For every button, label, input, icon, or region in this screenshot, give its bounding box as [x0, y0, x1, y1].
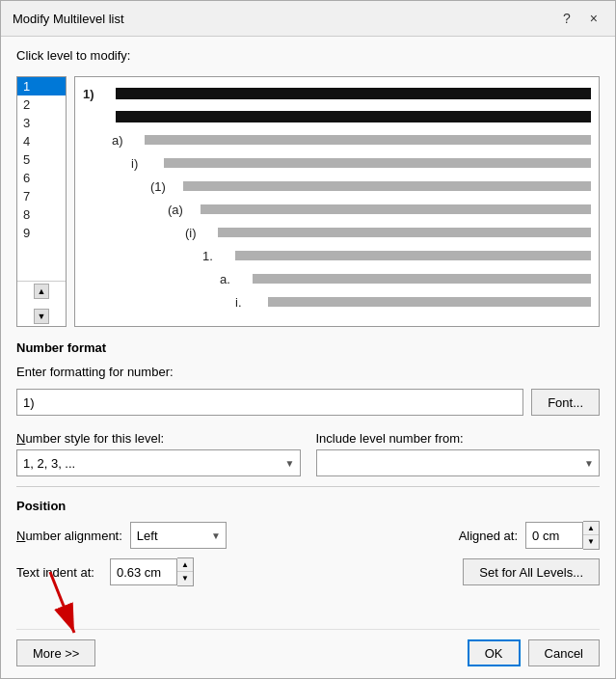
number-style-select[interactable]: 1, 2, 3, ... a, b, c, ... i, ii, iii, ..… — [16, 449, 301, 476]
aligned-at-label: Aligned at: — [459, 529, 518, 543]
level-item-2[interactable]: 2 — [17, 95, 66, 114]
level-item-8[interactable]: 8 — [17, 205, 66, 224]
aligned-at-up-button[interactable]: ▲ — [583, 522, 599, 535]
dialog-body: Click level to modify: 1 2 3 4 5 6 7 8 9… — [1, 37, 615, 678]
level-item-5[interactable]: 5 — [17, 150, 66, 169]
alignment-select[interactable]: Left Center Right — [130, 522, 227, 549]
help-button[interactable]: ? — [557, 9, 576, 28]
include-level-select-wrap: Level 1 Level 2 Level 3 ▼ — [316, 449, 601, 476]
position-label: Position — [16, 499, 600, 513]
preview-bar-5 — [183, 181, 591, 191]
title-bar-actions: ? × — [557, 9, 603, 28]
cancel-button[interactable]: Cancel — [528, 639, 600, 666]
set-for-all-levels-button[interactable]: Set for All Levels... — [463, 558, 600, 585]
preview-label-8: 1. — [202, 249, 231, 263]
preview-line-1: 1) — [83, 85, 591, 102]
level-list: 1 2 3 4 5 6 7 8 9 ▲ ▼ — [16, 76, 67, 327]
level-item-9[interactable]: 9 — [17, 224, 66, 242]
alignment-select-wrap: Left Center Right ▼ — [130, 522, 227, 549]
preview-line-9: a. — [83, 270, 591, 287]
level-item-1[interactable]: 1 — [17, 77, 66, 95]
include-level-select[interactable]: Level 1 Level 2 Level 3 — [316, 449, 601, 476]
enter-format-label: Enter formatting for number: — [16, 365, 600, 379]
level-item-4[interactable]: 4 — [17, 132, 66, 150]
text-indent-spinner-btns: ▲ ▼ — [177, 557, 194, 586]
number-style-select-wrap: 1, 2, 3, ... a, b, c, ... i, ii, iii, ..… — [16, 449, 301, 476]
footer-action-buttons: OK Cancel — [468, 639, 600, 666]
preview-label-1: 1) — [83, 87, 112, 101]
level-item-3[interactable]: 3 — [17, 114, 66, 132]
preview-line-8: 1. — [83, 247, 591, 264]
preview-line-7: (i) — [83, 224, 591, 241]
number-style-label: Number style for this level: — [16, 431, 301, 446]
level-item-6[interactable]: 6 — [17, 169, 66, 187]
number-format-label: Number format — [16, 340, 600, 355]
scroll-down-button[interactable]: ▼ — [34, 309, 49, 324]
preview-line-3: a) — [83, 131, 591, 149]
aligned-at-down-button[interactable]: ▼ — [583, 535, 599, 549]
level-scrollbar: ▲ ▼ — [17, 281, 66, 326]
text-indent-up-button[interactable]: ▲ — [177, 558, 193, 572]
aligned-at-input[interactable] — [525, 522, 583, 549]
text-indent-spinner: ▲ ▼ — [110, 557, 194, 586]
preview-line-2 — [83, 108, 591, 125]
number-alignment-label: Number alignment: — [16, 529, 122, 543]
font-button[interactable]: Font... — [531, 389, 600, 416]
style-level-row: Number style for this level: 1, 2, 3, ..… — [16, 431, 600, 476]
preview-bar-9 — [253, 274, 591, 284]
number-style-col: Number style for this level: 1, 2, 3, ..… — [16, 431, 301, 476]
preview-label-7: (i) — [185, 226, 214, 240]
number-format-input[interactable] — [16, 389, 523, 416]
preview-bar-3 — [145, 135, 591, 145]
include-level-label: Include level number from: — [316, 431, 601, 446]
text-indent-row: Text indent at: ▲ ▼ Set for All Levels..… — [16, 557, 600, 586]
preview-bar-2 — [116, 111, 591, 122]
preview-bar-4 — [164, 158, 591, 168]
preview-bar-1 — [116, 88, 591, 99]
preview-label-6: (a) — [168, 203, 197, 217]
scroll-up-button[interactable]: ▲ — [34, 284, 49, 299]
preview-bar-8 — [235, 251, 591, 260]
level-label: Click level to modify: — [16, 48, 600, 63]
preview-label-9: a. — [220, 272, 249, 286]
preview-label-4: i) — [131, 156, 160, 171]
preview-bar-7 — [218, 228, 591, 237]
number-format-row: Font... — [16, 389, 600, 416]
level-item-7[interactable]: 7 — [17, 187, 66, 205]
preview-line-4: i) — [83, 154, 591, 172]
position-section: Position Number alignment: Left Center R… — [16, 486, 600, 590]
position-grid: Number alignment: Left Center Right ▼ Al… — [16, 521, 600, 586]
text-indent-input[interactable] — [110, 558, 177, 585]
title-bar: Modify Multilevel list ? × — [1, 1, 615, 37]
text-indent-label: Text indent at: — [16, 565, 94, 580]
more-button[interactable]: More >> — [16, 639, 95, 666]
preview-label-10: i. — [235, 295, 264, 310]
preview-label-5: (1) — [150, 179, 179, 194]
preview-label-3: a) — [112, 133, 141, 148]
close-button[interactable]: × — [584, 9, 603, 28]
aligned-at-spinner: ▲ ▼ — [525, 521, 600, 550]
ok-button[interactable]: OK — [468, 639, 521, 666]
more-btn-wrap: More >> — [16, 639, 95, 666]
text-indent-down-button[interactable]: ▼ — [177, 572, 193, 585]
level-preview-row: 1 2 3 4 5 6 7 8 9 ▲ ▼ 1) — [16, 76, 600, 327]
preview-line-6: (a) — [83, 201, 591, 218]
preview-bar-10 — [268, 297, 591, 307]
preview-line-5: (1) — [83, 177, 591, 195]
footer-row: More >> OK Cancel — [16, 629, 600, 666]
preview-area: 1) a) i) — [74, 76, 600, 327]
preview-bar-6 — [201, 204, 591, 214]
include-level-col: Include level number from: Level 1 Level… — [316, 431, 601, 476]
dialog-title: Modify Multilevel list — [13, 12, 124, 26]
aligned-at-spinner-btns: ▲ ▼ — [583, 521, 600, 550]
modify-multilevel-dialog: Modify Multilevel list ? × Click level t… — [0, 0, 616, 679]
preview-line-10: i. — [83, 293, 591, 311]
number-alignment-row: Number alignment: Left Center Right ▼ Al… — [16, 521, 600, 550]
